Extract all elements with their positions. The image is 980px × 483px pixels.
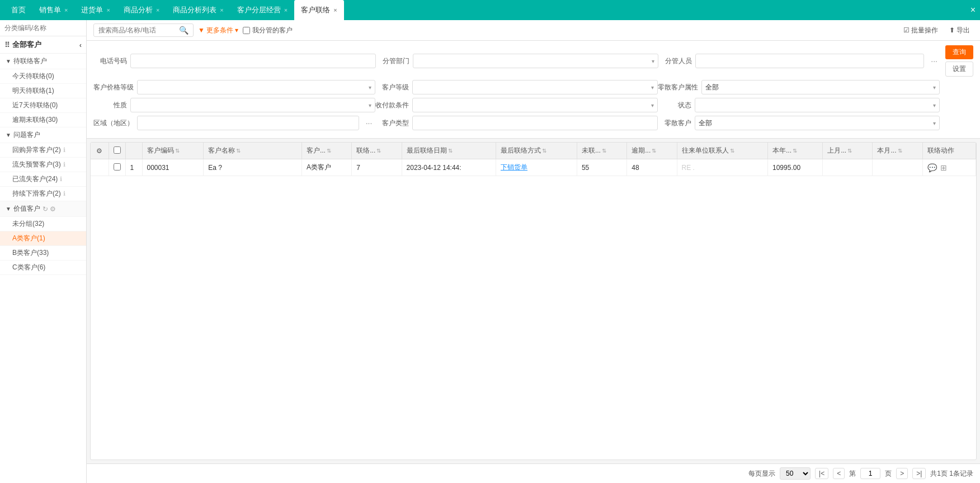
filter-retail-label: 零散客户属性 — [658, 83, 698, 92]
qr-icon[interactable]: ⊞ — [940, 163, 947, 172]
filter-payment-select[interactable]: ▾ — [412, 98, 657, 112]
close-tab-contact[interactable]: × — [333, 7, 337, 13]
sidebar-search-container: 🔍 — [0, 20, 86, 36]
filter-dept-label: 分管部门 — [376, 56, 409, 66]
sidebar-item-repurchase-anomaly[interactable]: 回购异常客户(2) ℹ — [0, 143, 86, 158]
sidebar-item-overdue[interactable]: 逾期未联络(30) — [0, 113, 86, 127]
data-table-container: ⚙ 客户编码⇅ 客户名称⇅ 客户...⇅ 联络...⇅ 最后联络日期⇅ 最后联络… — [90, 142, 977, 460]
nav-home[interactable]: 首页 — [4, 5, 32, 15]
problem-customers-group[interactable]: ▼ 问题客户 — [0, 127, 86, 143]
sidebar-item-type-b[interactable]: B类客户(33) — [0, 246, 86, 261]
filter-retail-select[interactable]: 全部 ▾ — [701, 80, 940, 94]
table-checkbox-header[interactable] — [109, 143, 125, 159]
sidebar-item-churn-warning[interactable]: 流失预警客户(3) ℹ — [0, 158, 86, 172]
sidebar-item-type-c[interactable]: C类客户(6) — [0, 261, 86, 275]
table-col-name[interactable]: 客户名称⇅ — [204, 143, 302, 159]
table-col-lastdate[interactable]: 最后联络日期⇅ — [402, 143, 496, 159]
filter-icon: ▼ — [198, 26, 205, 34]
prev-page-button[interactable]: < — [833, 468, 845, 479]
nav-tab-salesorder[interactable]: 销售单 × — [32, 0, 74, 20]
select-all-checkbox[interactable] — [114, 146, 121, 154]
query-button[interactable]: 查询 — [945, 45, 973, 59]
filter-region-input[interactable] — [137, 116, 359, 130]
row-checkbox[interactable] — [109, 159, 125, 176]
sidebar-item-type-a[interactable]: A类客户(1) — [0, 231, 86, 246]
chevron-icon-nature: ▾ — [369, 102, 371, 108]
sidebar-item-churned[interactable]: 已流失客户(24) ℹ — [0, 172, 86, 187]
last-method-link[interactable]: 下销货单 — [501, 163, 527, 171]
table-col-uncontacted[interactable]: 未联...⇅ — [577, 143, 626, 159]
close-tab-analysis[interactable]: × — [156, 7, 159, 13]
sidebar-item-today[interactable]: 今天待联络(0) — [0, 69, 86, 84]
settings-icon-value[interactable]: ⚙ — [50, 205, 56, 213]
grid-icon: ⠿ — [4, 41, 10, 49]
value-customers-group[interactable]: ▼ 价值客户 ↻ ⚙ — [0, 201, 86, 217]
filter-region-dots[interactable]: ··· — [362, 119, 376, 127]
per-page-select[interactable]: 50 100 200 — [780, 467, 811, 480]
export-icon: ⬆ — [949, 26, 955, 34]
per-page-label: 每页显示 — [748, 469, 775, 479]
sidebar-item-tomorrow[interactable]: 明天待联络(1) — [0, 84, 86, 98]
sidebar-search-input[interactable] — [4, 24, 87, 32]
table-settings-header[interactable]: ⚙ — [91, 143, 109, 159]
sort-icon-lastdate: ⇅ — [448, 148, 453, 154]
page-input[interactable] — [860, 468, 880, 479]
toolbar-search-input[interactable] — [98, 26, 177, 34]
pending-contact-group[interactable]: ▼ 待联络客户 — [0, 54, 86, 69]
row-thismonth — [873, 159, 922, 176]
filter-person-input[interactable] — [695, 54, 924, 68]
sidebar-item-ungrouped[interactable]: 未分组(32) — [0, 217, 86, 231]
filter-dept-select[interactable]: ▾ — [413, 54, 658, 68]
sort-icon-lastmethod: ⇅ — [542, 148, 546, 154]
filter-customer-level: 客户等级 ▾ — [375, 80, 657, 94]
filter-nature-select[interactable]: ▾ — [130, 98, 375, 112]
settings-button[interactable]: 设置 — [945, 61, 973, 77]
filter-rcustomer-select[interactable]: 全部 ▾ — [695, 116, 940, 130]
table-col-overdue[interactable]: 逾期...⇅ — [627, 143, 677, 159]
last-page-button[interactable]: >| — [912, 468, 926, 479]
filter-price-select[interactable]: ▾ — [137, 80, 375, 94]
sort-icon-code: ⇅ — [175, 148, 180, 154]
more-filters-button[interactable]: ▼ 更多条件 ▾ — [198, 26, 238, 35]
table-col-thisyear[interactable]: 本年...⇅ — [768, 143, 823, 159]
close-tab-purchase[interactable]: × — [106, 7, 110, 13]
nav-tab-purchase[interactable]: 进货单 × — [74, 0, 116, 20]
close-tab-analysislist[interactable]: × — [220, 7, 223, 13]
toolbar-search-icon: 🔍 — [179, 26, 189, 35]
filter-status-select[interactable]: ▾ — [695, 98, 940, 112]
nav-tab-contact[interactable]: 客户联络 × — [294, 0, 343, 20]
nav-tab-analysislist[interactable]: 商品分析列表 × — [166, 0, 230, 20]
refresh-icon[interactable]: ↻ — [43, 205, 48, 213]
table-col-level[interactable]: 客户...⇅ — [301, 143, 351, 159]
row-select-checkbox[interactable] — [114, 163, 121, 171]
filter-panel: 电话号码 分管部门 ▾ 分管人员 ··· — [87, 41, 980, 139]
close-tab-segmentation[interactable]: × — [284, 7, 288, 13]
table-col-lastmethod[interactable]: 最后联络方式⇅ — [496, 143, 577, 159]
export-button[interactable]: ⬆ 导出 — [946, 24, 973, 37]
close-all-button[interactable]: × — [970, 5, 976, 15]
row-uncontacted: 55 — [577, 159, 626, 176]
next-page-button[interactable]: > — [896, 468, 908, 479]
nav-tab-segmentation[interactable]: 客户分层经营 × — [230, 0, 294, 20]
nav-tab-analysis[interactable]: 商品分析 × — [117, 0, 166, 20]
toolbar-search-container: 🔍 — [93, 23, 194, 37]
sidebar-item-declining[interactable]: 持续下滑客户(2) ℹ — [0, 187, 86, 201]
table-col-code[interactable]: 客户编码⇅ — [142, 143, 204, 159]
batch-ops-button[interactable]: ☑ 批量操作 — [900, 24, 941, 37]
my-customers-checkbox[interactable]: 我分管的客户 — [243, 26, 293, 35]
filter-person-dots[interactable]: ··· — [927, 56, 941, 65]
table-col-thismonth[interactable]: 本月...⇅ — [873, 143, 922, 159]
filter-phone-input[interactable] — [130, 54, 376, 68]
my-customers-check[interactable] — [243, 27, 250, 34]
first-page-button[interactable]: |< — [815, 468, 828, 479]
filter-clevel-select[interactable]: ▾ — [412, 80, 657, 94]
chat-icon[interactable]: 💬 — [927, 163, 937, 172]
row-lastmethod[interactable]: 下销货单 — [496, 159, 577, 176]
table-col-lastmonth[interactable]: 上月...⇅ — [823, 143, 873, 159]
all-customers-header[interactable]: ⠿ 全部客户 ‹ — [0, 36, 86, 54]
sidebar-item-7days[interactable]: 近7天待联络(0) — [0, 98, 86, 113]
close-tab-salesorder[interactable]: × — [64, 7, 68, 13]
table-col-contact[interactable]: 联络...⇅ — [352, 143, 402, 159]
filter-ctype-input[interactable] — [412, 116, 657, 130]
table-col-person[interactable]: 往来单位联系人⇅ — [677, 143, 767, 159]
